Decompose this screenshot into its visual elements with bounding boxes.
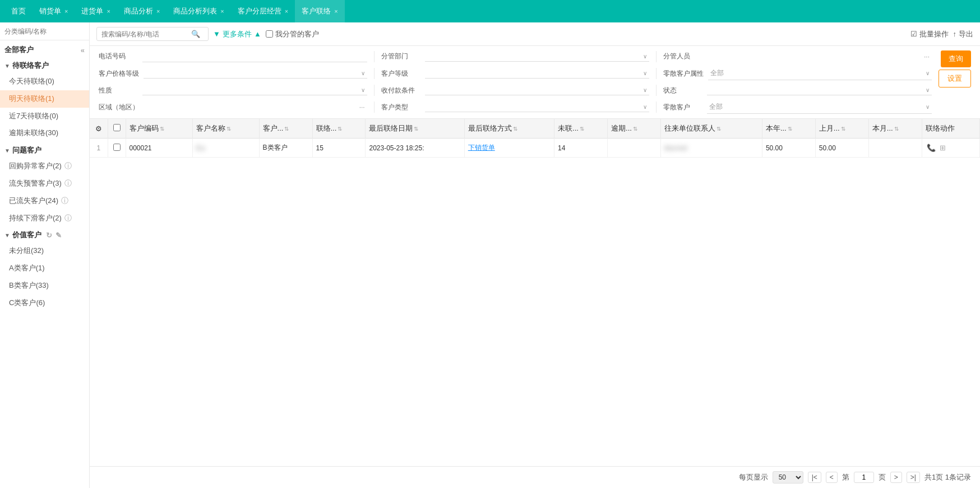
region-select[interactable]: ··· bbox=[144, 102, 367, 113]
sidebar-item-7day-pending[interactable]: 近7天待联络(0) bbox=[0, 108, 89, 125]
nav-customer-contact[interactable]: 客户联络 × bbox=[295, 0, 344, 22]
nav-customer-segment[interactable]: 客户分层经营 × bbox=[231, 0, 295, 22]
data-table: ⚙ 客户编码 ⇅ 客户名称 bbox=[90, 119, 980, 158]
main-search-input[interactable] bbox=[101, 30, 191, 38]
nav-close-customer-contact[interactable]: × bbox=[334, 8, 338, 15]
nav-close-product-list[interactable]: × bbox=[220, 8, 224, 15]
sidebar-item-churn-warning[interactable]: 流失预警客户(3) ⓘ bbox=[0, 175, 89, 192]
export-button[interactable]: ↑ 导出 bbox=[953, 29, 974, 39]
page-label2: 页 bbox=[879, 472, 886, 482]
manager-dots[interactable]: ··· bbox=[924, 53, 930, 61]
action-phone-icon[interactable]: 📞 bbox=[927, 144, 936, 152]
td-code: 000021 bbox=[126, 139, 192, 158]
sidebar-item-tomorrow-pending[interactable]: 明天待联络(1) bbox=[0, 90, 89, 108]
more-filter-button[interactable]: ▼ 更多条件 ▲ bbox=[213, 29, 261, 39]
nav-close-purchase[interactable]: × bbox=[107, 8, 110, 15]
info-icon-declining: ⓘ bbox=[64, 214, 72, 222]
prev-page-button[interactable]: < bbox=[826, 472, 838, 483]
th-last-date[interactable]: 最后联络日期 ⇅ bbox=[366, 119, 464, 139]
first-page-button[interactable]: |< bbox=[808, 472, 821, 483]
th-last-month[interactable]: 上月... ⇅ bbox=[815, 119, 868, 139]
total-label: 共1页 1条记录 bbox=[924, 472, 971, 482]
nav-close-customer-segment[interactable]: × bbox=[285, 8, 288, 15]
next-page-button[interactable]: > bbox=[890, 472, 902, 483]
th-last-method[interactable]: 最后联络方式 ⇅ bbox=[464, 119, 554, 139]
phone-input[interactable] bbox=[142, 50, 367, 62]
td-last-method[interactable]: 下销货单 bbox=[464, 139, 554, 158]
scattered-customer-select[interactable]: 全部 ∨ bbox=[707, 100, 932, 114]
filter-bar: 🔍 ▼ 更多条件 ▲ 我分管的客户 ☑ 批量操作 ↑ 导出 bbox=[90, 22, 980, 46]
th-name[interactable]: 客户名称 ⇅ bbox=[192, 119, 259, 139]
sidebar-item-declining[interactable]: 持续下滑客户(2) ⓘ bbox=[0, 210, 89, 227]
region-dots[interactable]: ··· bbox=[359, 103, 365, 111]
row-checkbox[interactable] bbox=[113, 144, 121, 151]
nav-sales-order[interactable]: 销货单 × bbox=[33, 0, 75, 22]
td-contact-count: 15 bbox=[312, 139, 366, 158]
customer-type-select[interactable]: ∨ bbox=[425, 102, 650, 112]
collapse-icon[interactable]: « bbox=[81, 46, 85, 54]
nature-select[interactable]: ∨ bbox=[142, 85, 367, 95]
status-select[interactable]: ∨ bbox=[707, 85, 932, 95]
filter-row-4: 区域（地区） ··· 客户类型 ∨ bbox=[99, 100, 932, 114]
sidebar-item-repurchase-anomaly[interactable]: 回购异常客户(2) ⓘ bbox=[0, 158, 89, 175]
sort-date-icon: ⇅ bbox=[414, 126, 418, 132]
export-icon: ↑ bbox=[953, 30, 957, 38]
th-code[interactable]: 客户编码 ⇅ bbox=[126, 119, 192, 139]
query-button[interactable]: 查询 bbox=[941, 50, 971, 67]
th-unlinked[interactable]: 未联... ⇅ bbox=[554, 119, 608, 139]
nav-close-sales[interactable]: × bbox=[64, 8, 68, 15]
page-number-input[interactable] bbox=[854, 472, 874, 483]
last-page-button[interactable]: >| bbox=[907, 472, 920, 483]
dept-select[interactable]: ∨ bbox=[425, 52, 650, 62]
nav-home[interactable]: 首页 bbox=[4, 0, 33, 22]
th-contact-num[interactable]: 联络... ⇅ bbox=[312, 119, 366, 139]
filter-customer-type: 客户类型 ∨ bbox=[381, 102, 650, 112]
sidebar-search-input[interactable] bbox=[4, 27, 89, 35]
td-checkbox bbox=[108, 139, 126, 158]
sidebar-item-overdue-pending[interactable]: 逾期未联络(30) bbox=[0, 125, 89, 142]
scattered-attr-select[interactable]: 全部 ∨ bbox=[708, 67, 932, 80]
per-page-select[interactable]: 50 20 100 bbox=[773, 471, 803, 484]
per-page-label: 每页显示 bbox=[739, 472, 768, 482]
th-overdue[interactable]: 逾期... ⇅ bbox=[608, 119, 661, 139]
price-level-select[interactable]: ∨ bbox=[144, 68, 367, 79]
nav-close-product-analysis[interactable]: × bbox=[156, 8, 160, 15]
search-icon[interactable]: 🔍 bbox=[191, 30, 200, 38]
select-all-checkbox[interactable] bbox=[113, 124, 121, 131]
nav-purchase[interactable]: 进货单 × bbox=[75, 0, 117, 22]
unit-contact-blurred: blurred bbox=[664, 144, 687, 152]
batch-op-button[interactable]: ☑ 批量操作 bbox=[910, 29, 949, 39]
sidebar-item-b-class[interactable]: B类客户(33) bbox=[0, 277, 89, 294]
customer-level-select[interactable]: ∨ bbox=[425, 68, 650, 79]
td-this-year: 50.00 bbox=[762, 139, 815, 158]
manager-select[interactable]: ··· bbox=[707, 51, 932, 62]
th-this-month[interactable]: 本月... ⇅ bbox=[868, 119, 922, 139]
nav-product-analysis-list[interactable]: 商品分析列表 × bbox=[167, 0, 230, 22]
th-this-year[interactable]: 本年... ⇅ bbox=[762, 119, 815, 139]
my-customers-checkbox[interactable] bbox=[266, 30, 273, 38]
td-row-actions: 📞 ⊞ bbox=[922, 139, 979, 158]
sort-year-icon: ⇅ bbox=[788, 126, 792, 132]
edit-icon[interactable]: ✎ bbox=[56, 231, 62, 240]
td-num: 1 bbox=[90, 139, 108, 158]
scattered-customer-chevron: ∨ bbox=[926, 104, 930, 110]
payment-select[interactable]: ∨ bbox=[425, 85, 650, 95]
sort-contact-icon: ⇅ bbox=[338, 126, 342, 132]
nav-product-analysis[interactable]: 商品分析 × bbox=[117, 0, 167, 22]
refresh-icon[interactable]: ↻ bbox=[46, 231, 52, 240]
sidebar-item-churned[interactable]: 已流失客户(24) ⓘ bbox=[0, 192, 89, 210]
sidebar-item-today-pending[interactable]: 今天待联络(0) bbox=[0, 73, 89, 90]
setting-button[interactable]: 设置 bbox=[939, 70, 971, 88]
action-more-icon[interactable]: ⊞ bbox=[940, 144, 946, 152]
gear-header-icon[interactable]: ⚙ bbox=[95, 125, 102, 133]
sidebar-item-a-class[interactable]: A类客户(1) bbox=[0, 260, 89, 277]
th-customer-type[interactable]: 客户... ⇅ bbox=[259, 119, 312, 139]
th-gear[interactable]: ⚙ bbox=[90, 119, 108, 139]
pending-section-title: ▼ 待联络客户 bbox=[0, 57, 89, 73]
th-unit-contact[interactable]: 往来单位联系人 ⇅ bbox=[660, 119, 762, 139]
sidebar-item-c-class[interactable]: C类客户(6) bbox=[0, 294, 89, 312]
sort-name-icon: ⇅ bbox=[226, 126, 231, 132]
sidebar-item-ungrouped[interactable]: 未分组(32) bbox=[0, 242, 89, 260]
data-table-wrap: ⚙ 客户编码 ⇅ 客户名称 bbox=[90, 119, 980, 466]
info-icon-churn-warning: ⓘ bbox=[64, 179, 72, 187]
